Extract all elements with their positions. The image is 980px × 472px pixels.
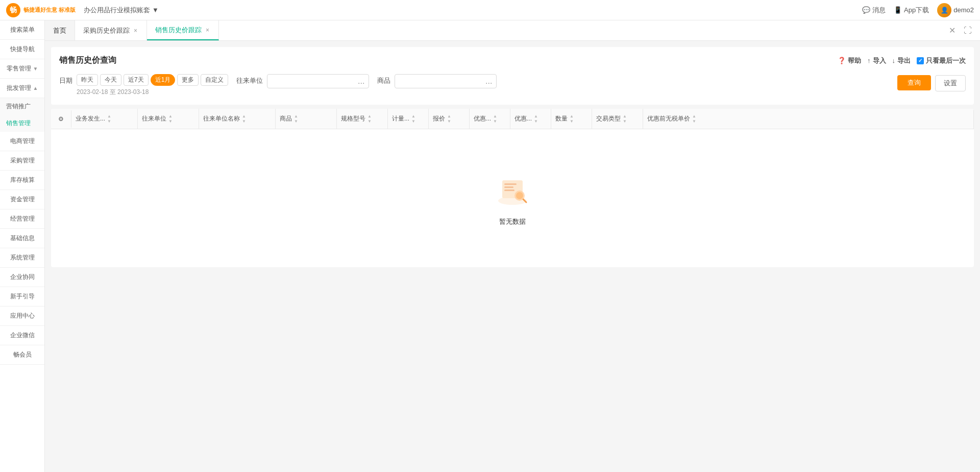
query-button[interactable]: 查询: [897, 75, 931, 90]
import-icon: ↑: [867, 57, 871, 64]
sidebar-item-quick-nav[interactable]: 快捷导航: [0, 40, 44, 59]
th-unit-code[interactable]: 往来单位 ▲▼: [138, 109, 199, 129]
th-price-label: 报价: [433, 114, 445, 123]
message-icon: 💬: [862, 6, 870, 14]
date-btn-yesterday[interactable]: 昨天: [77, 74, 98, 86]
app-download-button[interactable]: 📱 App下载: [894, 6, 929, 15]
sidebar-item-purchase-label: 采购管理: [10, 156, 35, 165]
th-spec[interactable]: 规格型号 ▲▼: [337, 109, 388, 129]
sort-arrows-spec: ▲▼: [368, 114, 372, 124]
sidebar-item-purchase[interactable]: 采购管理: [0, 151, 44, 171]
tab-sales-close[interactable]: ×: [205, 26, 210, 35]
th-discount2[interactable]: 优惠... ▲▼: [510, 109, 551, 129]
sidebar-item-retail[interactable]: 零售管理 ▼: [0, 59, 44, 79]
settings-button[interactable]: 设置: [935, 75, 966, 91]
user-profile[interactable]: 👤 demo2: [937, 3, 974, 17]
sidebar-item-finance[interactable]: 资金管理: [0, 190, 44, 209]
sidebar-item-finance-label: 资金管理: [10, 195, 35, 204]
unit-filter-group: 往来单位 ...: [236, 74, 369, 88]
logo-area: 畅 畅捷通好生意 标准版: [6, 3, 76, 17]
message-button[interactable]: 💬 消息: [862, 6, 886, 15]
th-pretax-price-label: 优惠前无税单价: [647, 114, 690, 123]
sidebar-item-apps[interactable]: 应用中心: [0, 306, 44, 326]
tab-purchase-label: 采购历史价跟踪: [83, 26, 130, 35]
sort-arrows-unit-name: ▲▼: [242, 114, 246, 124]
chevron-down-icon: ▼: [152, 6, 159, 14]
date-btn-today[interactable]: 今天: [100, 74, 121, 86]
th-unit-name[interactable]: 往来单位名称 ▲▼: [199, 109, 276, 129]
th-measure[interactable]: 计量... ▲▼: [388, 109, 429, 129]
date-btn-1month[interactable]: 近1月: [151, 74, 176, 86]
download-icon: 📱: [894, 6, 902, 14]
th-price[interactable]: 报价 ▲▼: [429, 109, 470, 129]
app-name: 办公用品行业模拟账套: [84, 6, 150, 15]
sidebar-item-vip[interactable]: 畅会员: [0, 345, 44, 365]
date-btn-more[interactable]: 更多: [177, 74, 199, 86]
sidebar-item-system[interactable]: 系统管理: [0, 248, 44, 268]
th-pretax-price[interactable]: 优惠前无税单价 ▲▼: [643, 109, 974, 129]
tab-sales-label: 销售历史价跟踪: [155, 26, 202, 35]
sidebar-item-ecommerce[interactable]: 电商管理: [0, 132, 44, 151]
th-discount1[interactable]: 优惠... ▲▼: [470, 109, 510, 129]
tab-expand-icon[interactable]: ⛶: [962, 24, 974, 37]
date-buttons: 昨天 今天 近7天 近1月 更多 自定义: [77, 74, 228, 86]
svg-rect-2: [504, 183, 517, 185]
tab-close-all-icon[interactable]: ✕: [947, 23, 958, 37]
help-button[interactable]: ❓ 帮助: [838, 56, 861, 65]
sort-arrows-trade: ▲▼: [623, 114, 627, 124]
sidebar-item-wholesale-label: 批发管理: [7, 84, 31, 92]
th-settings[interactable]: ⚙: [51, 110, 71, 128]
top-bar-left: 畅 畅捷通好生意 标准版 办公用品行业模拟账套 ▼: [6, 3, 163, 17]
tab-bar-actions: ✕ ⛶: [941, 20, 980, 40]
avatar-icon: 👤: [941, 7, 948, 14]
import-label: 导入: [873, 56, 886, 65]
tab-purchase-close[interactable]: ×: [133, 26, 138, 35]
only-last-checkbox[interactable]: 只看最后一次: [917, 56, 966, 65]
th-product[interactable]: 商品 ▲▼: [276, 109, 337, 129]
empty-text: 暂无数据: [499, 217, 526, 226]
tab-purchase[interactable]: 采购历史价跟踪 ×: [75, 20, 147, 40]
sidebar-item-operations-label: 经营管理: [10, 215, 35, 223]
export-icon: ↓: [892, 57, 896, 64]
sort-arrows-pretax: ▲▼: [692, 114, 696, 124]
product-filter-input[interactable]: ...: [395, 74, 497, 88]
th-trade-type[interactable]: 交易类型 ▲▼: [592, 109, 643, 129]
sidebar-item-wholesale[interactable]: 批发管理 ▲: [0, 79, 44, 98]
sidebar-item-vip-label: 畅会员: [13, 350, 32, 359]
user-name: demo2: [953, 6, 974, 14]
tab-home[interactable]: 首页: [45, 20, 75, 40]
sidebar-item-quick-nav-label: 快捷导航: [10, 45, 35, 54]
sidebar: 搜索菜单 快捷导航 零售管理 ▼ 批发管理 ▲ 营销推广 销售管理 电商管理 采…: [0, 20, 45, 472]
date-btn-7days[interactable]: 近7天: [124, 74, 149, 86]
sort-arrows-price: ▲▼: [447, 114, 451, 124]
sidebar-item-apps-label: 应用中心: [10, 312, 35, 320]
filter-actions: 查询 设置: [897, 74, 966, 91]
sidebar-item-operations[interactable]: 经营管理: [0, 209, 44, 229]
sidebar-item-inventory[interactable]: 库存核算: [0, 171, 44, 190]
th-unit-code-label: 往来单位: [142, 114, 166, 123]
th-business-date[interactable]: 业务发生... ▲▼: [71, 109, 138, 129]
sidebar-subitem-marketing[interactable]: 营销推广: [0, 98, 44, 115]
unit-filter-input[interactable]: ...: [267, 74, 369, 88]
sort-arrows-measure: ▲▼: [411, 114, 415, 124]
chevron-down-icon: ▼: [33, 66, 38, 72]
sidebar-item-guide[interactable]: 新手引导: [0, 287, 44, 306]
help-label: 帮助: [848, 56, 861, 65]
top-bar-right: 💬 消息 📱 App下载 👤 demo2: [862, 3, 974, 17]
tab-sales[interactable]: 销售历史价跟踪 ×: [147, 20, 219, 40]
avatar: 👤: [937, 3, 951, 17]
date-btn-custom[interactable]: 自定义: [201, 74, 228, 86]
sidebar-item-cooperation[interactable]: 企业协同: [0, 268, 44, 287]
app-download-label: App下载: [904, 6, 929, 15]
import-button[interactable]: ↑ 导入: [867, 56, 886, 65]
sidebar-item-wechat[interactable]: 企业微信: [0, 326, 44, 345]
unit-filter-label: 往来单位: [236, 74, 263, 85]
th-qty[interactable]: 数量 ▲▼: [551, 109, 592, 129]
sidebar-item-basic-info[interactable]: 基础信息: [0, 229, 44, 248]
empty-data-icon: [492, 170, 533, 211]
sidebar-subitem-sales-mgmt[interactable]: 销售管理: [0, 115, 44, 132]
app-selector[interactable]: 办公用品行业模拟账套 ▼: [80, 4, 163, 17]
sidebar-item-search[interactable]: 搜索菜单: [0, 20, 44, 40]
checkbox-checked-icon: [917, 57, 924, 64]
export-button[interactable]: ↓ 导出: [892, 56, 911, 65]
